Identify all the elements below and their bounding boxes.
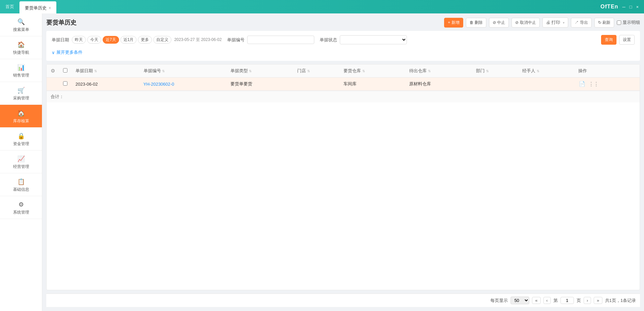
sort-date-icon[interactable]: ⇅ (94, 69, 97, 73)
tab-home[interactable]: 首页 (0, 0, 19, 13)
prev-page-button[interactable]: ‹ (543, 297, 551, 304)
sort-dept-icon[interactable]: ⇅ (486, 69, 489, 73)
row-handler-cell (518, 78, 574, 91)
sidebar-item-finance[interactable]: 🔒 资金管理 (0, 128, 42, 150)
filter-row-expand: ∨ 展开更多条件 (52, 48, 635, 57)
sidebar-item-basicinfo[interactable]: 📋 基础信息 (0, 173, 42, 196)
tab-home-label: 首页 (5, 4, 14, 10)
export-button[interactable]: ↗ 导出 (571, 18, 591, 28)
print-button[interactable]: 🖨 打印 ▾ (542, 17, 569, 28)
refresh-button[interactable]: ↻ 刷新 (594, 18, 614, 28)
expand-more-label: 展开更多条件 (56, 49, 83, 55)
col-settings: ⚙ (47, 64, 59, 78)
date-btn-yesterday[interactable]: 昨天 (72, 36, 86, 44)
sidebar-item-quicknav[interactable]: 🏠 快捷导航 (0, 36, 42, 59)
sort-handler-icon[interactable]: ⇅ (537, 69, 539, 73)
total-info: 共1页，1条记录 (605, 298, 636, 304)
filter-date-field: 单据日期 昨天 今天 近7天 近1月 更多 自定义 2023-05-27 至 2… (52, 36, 222, 44)
date-range-display: 2023-05-27 至 2023-06-02 (174, 37, 221, 43)
expand-more-button[interactable]: ∨ 展开更多条件 (52, 48, 83, 57)
display-detail-checkbox[interactable] (617, 20, 621, 25)
top-bar-right: OfTEn ─ □ × (595, 4, 644, 10)
gear-icon[interactable]: ⚙ (51, 68, 55, 74)
sidebar-item-finance-label: 资金管理 (13, 141, 29, 147)
sidebar-item-inventory[interactable]: 🏠 库存核算 (0, 105, 42, 128)
date-btn-7days[interactable]: 近7天 (103, 36, 119, 44)
settings-button[interactable]: 设置 (619, 35, 635, 45)
sidebar-item-purchase[interactable]: 🛒 采购管理 (0, 82, 42, 105)
last-page-button[interactable]: » (594, 297, 602, 304)
window-close-btn[interactable]: × (636, 4, 639, 9)
col-date-label: 单据日期 (75, 68, 93, 73)
row-settings-cell (47, 78, 59, 91)
row-checkbox[interactable] (63, 81, 67, 86)
next-page-button[interactable]: › (584, 297, 591, 304)
sort-reqwarehouse-icon[interactable]: ⇅ (362, 69, 365, 73)
row-action-cell: 📄 ⋮⋮ (574, 78, 640, 91)
col-handler: 经手人 ⇅ (518, 64, 574, 78)
page-header: 要货单历史 + 新增 🗑 删除 ⊘ 中止 ⊘ 取消中止 🖨 打印 ▾ ↗ 导出 … (46, 17, 640, 28)
date-btn-1month[interactable]: 近1月 (120, 36, 137, 44)
date-btn-more[interactable]: 更多 (138, 36, 152, 44)
col-store: 门店 ⇅ (293, 64, 339, 78)
stop-button[interactable]: ⊘ 中止 (489, 18, 509, 28)
action-icons: 📄 ⋮⋮ (578, 80, 636, 88)
sidebar-item-operations[interactable]: 📈 经营管理 (0, 150, 42, 173)
sidebar-item-system-label: 系统管理 (13, 210, 29, 215)
new-button[interactable]: + 新增 (444, 18, 463, 28)
main-layout: 🔍 搜索菜单 🏠 快捷导航 📊 销售管理 🛒 采购管理 🏠 库存核算 🔒 资金管… (0, 13, 644, 311)
purchase-icon: 🛒 (17, 87, 25, 94)
sort-type-icon[interactable]: ⇅ (249, 69, 252, 73)
date-btn-custom[interactable]: 自定义 (153, 36, 171, 44)
sort-pendwarehouse-icon[interactable]: ⇅ (428, 69, 431, 73)
sort-docno-icon[interactable]: ⇅ (162, 69, 165, 73)
col-type: 单据类型 ⇅ (226, 64, 293, 78)
page-size-label: 每页显示 (490, 298, 508, 304)
view-action-icon[interactable]: 📄 (578, 80, 586, 88)
col-type-label: 单据类型 (230, 68, 248, 73)
sidebar-item-purchase-label: 采购管理 (13, 95, 29, 101)
row-docno-link[interactable]: YH-20230602-0 (144, 82, 174, 87)
page-number-input[interactable] (560, 297, 574, 304)
col-docno-label: 单据编号 (144, 68, 161, 73)
tab-history[interactable]: 要货单历史 × (19, 1, 56, 15)
date-btn-today[interactable]: 今天 (87, 36, 101, 44)
query-button[interactable]: 查询 (601, 35, 616, 45)
expand-more-icon: ∨ (52, 50, 55, 55)
system-icon: ⚙ (18, 201, 24, 208)
page-size-select[interactable]: 50 10 20 100 (511, 297, 529, 304)
sidebar-item-inventory-label: 库存核算 (13, 118, 29, 124)
select-all-checkbox[interactable] (63, 68, 67, 73)
display-detail-checkbox-label[interactable]: 显示明细 (617, 19, 640, 26)
inventory-icon: 🏠 (17, 109, 25, 117)
status-filter-select[interactable] (340, 35, 407, 44)
window-minimize-btn[interactable]: ─ (622, 4, 625, 9)
col-action: 操作 (574, 64, 640, 78)
sort-store-icon[interactable]: ⇅ (307, 69, 310, 73)
print-dropdown-icon: ▾ (563, 21, 565, 25)
edit-action-icon[interactable]: ⋮⋮ (588, 80, 599, 88)
total-label: 合计： (51, 94, 64, 100)
sidebar-item-search[interactable]: 🔍 搜索菜单 (0, 13, 42, 36)
row-pendwarehouse-cell: 原材料仓库 (405, 78, 472, 91)
col-pendwarehouse: 待出仓库 ⇅ (405, 64, 472, 78)
table-container: ⚙ 单据日期 ⇅ 单据编号 ⇅ (46, 64, 640, 290)
cancel-stop-button[interactable]: ⊘ 取消中止 (512, 18, 539, 28)
docno-filter-input[interactable] (247, 36, 314, 44)
delete-button[interactable]: 🗑 删除 (466, 18, 486, 28)
col-dept-label: 部门 (476, 68, 485, 73)
filter-area: 单据日期 昨天 今天 近7天 近1月 更多 自定义 2023-05-27 至 2… (46, 31, 640, 61)
sidebar-item-basicinfo-label: 基础信息 (13, 187, 29, 192)
close-tab-icon[interactable]: × (49, 6, 51, 10)
window-maximize-btn[interactable]: □ (630, 4, 632, 9)
table-header-row: ⚙ 单据日期 ⇅ 单据编号 ⇅ (47, 64, 640, 78)
finance-icon: 🔒 (17, 132, 25, 140)
print-label: 🖨 打印 (546, 19, 560, 26)
first-page-button[interactable]: « (532, 297, 540, 304)
table-footer: 合计： (47, 91, 640, 102)
docno-filter-label: 单据编号 (227, 37, 245, 43)
sidebar-item-system[interactable]: ⚙ 系统管理 (0, 196, 42, 219)
sidebar-item-sales[interactable]: 📊 销售管理 (0, 59, 42, 82)
main-table: ⚙ 单据日期 ⇅ 单据编号 ⇅ (47, 64, 640, 91)
operations-icon: 📈 (17, 155, 25, 163)
